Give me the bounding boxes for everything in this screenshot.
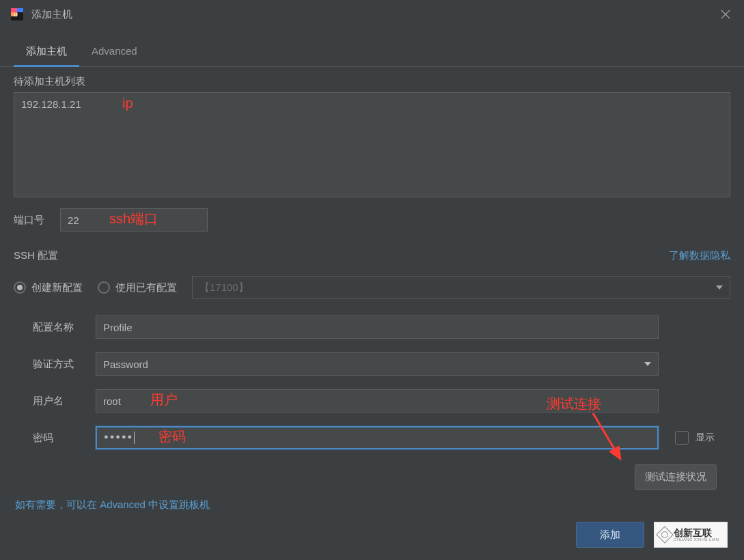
svg-rect-2 — [17, 8, 23, 12]
username-input[interactable] — [96, 389, 659, 412]
show-password-label: 显示 — [695, 432, 715, 444]
radio-icon-unchecked — [98, 281, 110, 294]
text-caret — [134, 432, 135, 444]
password-label: 密码 — [14, 432, 96, 445]
footer-buttons: 添加 创新互联 CHUANG XINHU LIAN — [576, 522, 728, 548]
close-button[interactable] — [718, 7, 733, 22]
radio-create-new[interactable]: 创建新配置 — [14, 281, 83, 294]
chevron-down-icon — [716, 285, 723, 290]
hostlist-value: 192.128.1.21 — [21, 98, 81, 110]
auth-method-dropdown[interactable]: Password — [96, 352, 659, 376]
titlebar: IJ 添加主机 — [0, 0, 744, 29]
privacy-link[interactable]: 了解数据隐私 — [669, 249, 730, 262]
auth-method-value: Password — [103, 359, 148, 370]
watermark-brand: 创新互联 — [674, 528, 719, 537]
auth-method-label: 验证方式 — [14, 358, 96, 371]
app-icon: IJ — [11, 8, 23, 20]
profile-name-label: 配置名称 — [14, 321, 96, 334]
show-password-checkbox[interactable] — [675, 431, 689, 445]
watermark-sub: CHUANG XINHU LIAN — [674, 537, 719, 542]
username-label: 用户名 — [14, 395, 96, 408]
chevron-down-icon — [644, 362, 651, 366]
password-input[interactable]: ●●●●● 密码 — [96, 426, 659, 449]
tab-add-host[interactable]: 添加主机 — [14, 38, 79, 67]
close-icon — [720, 9, 731, 20]
tabs: 添加主机 Advanced — [0, 38, 744, 67]
hostlist-label: 待添加主机列表 — [14, 75, 730, 88]
tab-advanced[interactable]: Advanced — [79, 38, 150, 67]
radio-use-existing[interactable]: 使用已有配置 — [98, 281, 177, 294]
svg-text:IJ: IJ — [14, 12, 18, 17]
test-connection-button[interactable]: 测试连接状况 — [635, 464, 717, 490]
ssh-config-label: SSH 配置 — [14, 249, 58, 262]
hostlist-textarea[interactable]: 192.128.1.21 ip — [14, 92, 730, 197]
radio-label-new: 创建新配置 — [31, 281, 83, 294]
help-link-jump-host[interactable]: 如有需要，可以在 Advanced 中设置跳板机 — [15, 499, 210, 512]
radio-icon-checked — [14, 281, 26, 294]
port-label: 端口号 — [14, 214, 49, 227]
add-button[interactable]: 添加 — [576, 522, 644, 548]
password-masked: ●●●●● — [104, 432, 133, 440]
watermark-overlay: 创新互联 CHUANG XINHU LIAN — [654, 522, 728, 548]
window-title: 添加主机 — [31, 8, 72, 21]
existing-config-dropdown: 【17100】 — [192, 276, 730, 299]
existing-config-value: 【17100】 — [199, 281, 249, 294]
radio-label-existing: 使用已有配置 — [115, 281, 177, 294]
annotation-pass: 密码 — [159, 428, 186, 446]
annotation-ip: ip — [122, 96, 133, 111]
watermark-logo-icon — [656, 526, 673, 543]
port-input[interactable] — [60, 208, 208, 232]
profile-name-input[interactable] — [96, 316, 659, 339]
